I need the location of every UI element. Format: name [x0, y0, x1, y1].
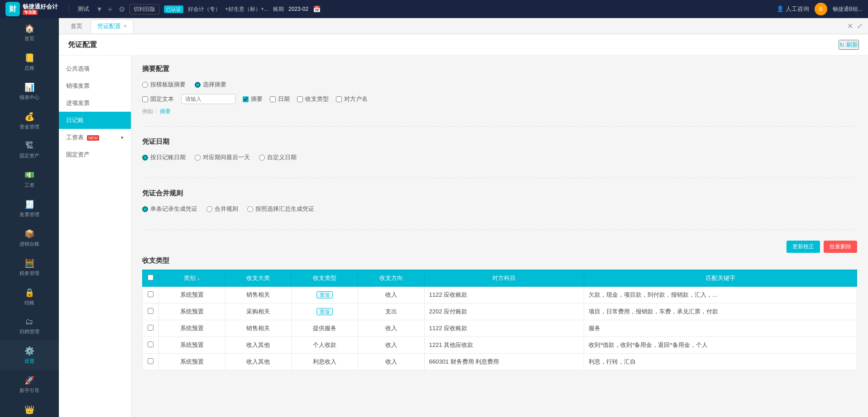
sidebar-item-newguide[interactable]: 🚀 新手引导	[0, 370, 59, 399]
period-value: 2023-02	[288, 6, 308, 12]
fixed-text-label[interactable]: 固定文本	[142, 95, 174, 103]
sidebar-item-asset[interactable]: 🏗 固定资产	[0, 136, 59, 165]
sidebar-item-invoice[interactable]: 🧾 发票管理	[0, 194, 59, 223]
radio-merge[interactable]: 合并规则	[206, 205, 238, 213]
username: 畅捷通B组...	[833, 5, 863, 13]
sidebar-item-tax[interactable]: 🧮 税务管理	[0, 253, 59, 282]
avatar: B	[815, 3, 827, 15]
consult-btn[interactable]: 👤 人工咨询	[777, 5, 809, 13]
summary-title: 摘要配置	[142, 65, 857, 73]
cell-check	[143, 337, 159, 354]
content-area: 首页 凭证配置 × ✕ ⤢ 凭证配置 ↻ 刷新	[59, 18, 868, 417]
merge-title: 凭证合并规则	[142, 189, 857, 198]
calendar-icon[interactable]: 📅	[313, 5, 321, 13]
row-checkbox[interactable]	[148, 291, 153, 297]
example-text: 例如： 摘要	[142, 108, 857, 115]
cell-direction: 支出	[358, 303, 424, 320]
cell-check	[143, 303, 159, 320]
tab-close-btn[interactable]: ×	[124, 23, 127, 29]
cell-type: 提供服务	[292, 320, 358, 337]
logo-icon: 财	[5, 2, 20, 16]
page-title: 凭证配置	[68, 40, 97, 50]
radio-template[interactable]: 按模板版摘要	[142, 81, 186, 89]
sidebar-item-archive[interactable]: 🗂 归档管理	[0, 312, 59, 341]
date-checkbox[interactable]: 日期	[270, 95, 290, 103]
table-row: 系统预置 收入其他 个人收款 收入 1221 其他应收款 收到*借款，收到*备用…	[143, 337, 857, 354]
nav-sales[interactable]: 销项发票	[59, 77, 131, 95]
sidebar-item-member[interactable]: 👑 畅会员	[0, 399, 59, 417]
table-row: 系统预置 采购相关 置顶 支出 2202 应付账款 项目，日常费用，报销款，车费…	[143, 303, 857, 320]
switch-old-btn[interactable]: 切到旧版	[129, 4, 159, 14]
table-row: 系统预置 销售相关 提供服务 收入 1122 应收账款 服务	[143, 320, 857, 337]
good-acct-text: 好会计（专）	[188, 5, 221, 13]
merge-section: 凭证合并规则 单条记录生成凭证 合并规则	[142, 189, 857, 230]
radio-single[interactable]: 单条记录生成凭证	[142, 205, 197, 213]
type-tag[interactable]: 置顶	[317, 291, 333, 299]
nav-fixed-asset[interactable]: 固定资产	[59, 146, 131, 163]
select-all-checkbox[interactable]	[148, 275, 153, 280]
fixed-text-input[interactable]	[181, 94, 235, 104]
report-icon: 📊	[24, 82, 34, 92]
th-type: 收支类型	[292, 270, 358, 287]
type-tag[interactable]: 置顶	[317, 308, 333, 315]
sidebar-item-settings[interactable]: ⚙️ 设置	[0, 341, 59, 370]
radio-custom-date[interactable]: 自定义日期	[259, 153, 297, 161]
new-badge: NEW	[87, 135, 99, 141]
cell-direction: 收入	[358, 320, 424, 337]
nav-journal[interactable]: 日记账	[59, 112, 131, 129]
th-category: 类别 ↓	[159, 270, 225, 287]
add-icon[interactable]: ＋	[106, 4, 114, 14]
cell-subject: 660301 财务费用 利息费用	[424, 354, 584, 370]
newguide-icon: 🚀	[24, 375, 34, 385]
voucher-date-section: 凭证日期 按日记账日期 对应期间最后一天	[142, 137, 857, 178]
radio-period-last[interactable]: 对应期间最后一天	[195, 153, 250, 161]
th-check	[143, 270, 159, 287]
row-checkbox[interactable]	[148, 358, 153, 364]
radio-select[interactable]: 选择摘要	[195, 81, 226, 89]
page-header: 凭证配置 ↻ 刷新	[59, 34, 868, 56]
settings-icon[interactable]: ⚙	[119, 5, 125, 14]
tab-voucher-config[interactable]: 凭证配置 ×	[91, 19, 134, 33]
tab-bar: 首页 凭证配置 × ✕ ⤢	[59, 18, 868, 34]
sidebar-item-purchase[interactable]: 📦 进销台账	[0, 223, 59, 253]
sidebar-item-payroll[interactable]: 💵 工资	[0, 165, 59, 194]
page-content: 凭证配置 ↻ 刷新 公共选项 销项发票 进项发票	[59, 34, 868, 417]
right-content: 摘要配置 按模板版摘要 选择摘要	[131, 56, 868, 417]
dropdown-icon[interactable]: ▾	[97, 4, 101, 14]
cell-major: 采购相关	[225, 303, 292, 320]
certified-badge: 已认证	[164, 5, 183, 13]
logo-text: 畅捷通好会计 专业版	[23, 3, 58, 15]
nav-public[interactable]: 公共选项	[59, 60, 131, 77]
nav-payroll-sheet[interactable]: 工资表 NEW ▾	[59, 129, 131, 146]
close-acct-icon: 🔒	[24, 288, 34, 298]
radio-journal-date[interactable]: 按日记账日期	[142, 153, 186, 161]
sidebar-item-fund[interactable]: 💰 资金管理	[0, 106, 59, 136]
summary-checkbox[interactable]: 摘要	[243, 95, 263, 103]
cell-category: 系统预置	[159, 354, 225, 370]
update-btn[interactable]: 更新校正	[786, 241, 820, 253]
sidebar-item-home[interactable]: 🏠 首页	[0, 18, 59, 47]
topbar-tab[interactable]: 测试	[74, 5, 93, 13]
row-checkbox[interactable]	[148, 341, 153, 347]
cell-major: 销售相关	[225, 287, 292, 303]
type-checkbox[interactable]: 收支类型	[297, 95, 329, 103]
tab-home[interactable]: 首页	[64, 19, 89, 33]
counterpart-checkbox[interactable]: 对方户名	[336, 95, 368, 103]
sidebar-item-report[interactable]: 📊 报表中心	[0, 77, 59, 106]
th-subject: 对方科目	[424, 270, 584, 287]
cell-type: 置顶	[292, 287, 358, 303]
window-close-btn[interactable]: ✕	[847, 22, 853, 30]
nav-purchase-inv[interactable]: 进项发票	[59, 95, 131, 112]
sidebar-item-close[interactable]: 🔒 结账	[0, 282, 59, 312]
row-checkbox[interactable]	[148, 325, 153, 331]
main-layout: 🏠 首页 📒 总账 📊 报表中心 💰 资金管理 🏗 固定资产 💵 工资 🧾 发票…	[0, 18, 868, 417]
radio-select-summary[interactable]: 按照选择汇总生成凭证	[247, 205, 314, 213]
refresh-btn[interactable]: ↻ 刷新	[839, 40, 859, 50]
cell-major: 收入其他	[225, 354, 292, 370]
cell-keyword: 收到*借款，收到*备用金，退回*备用金，个人	[584, 337, 857, 354]
window-expand-btn[interactable]: ⤢	[857, 22, 863, 30]
invoice-icon: 🧾	[24, 199, 34, 209]
delete-btn[interactable]: 批量删除	[824, 241, 857, 253]
row-checkbox[interactable]	[148, 308, 153, 314]
sidebar-item-general[interactable]: 📒 总账	[0, 47, 59, 77]
